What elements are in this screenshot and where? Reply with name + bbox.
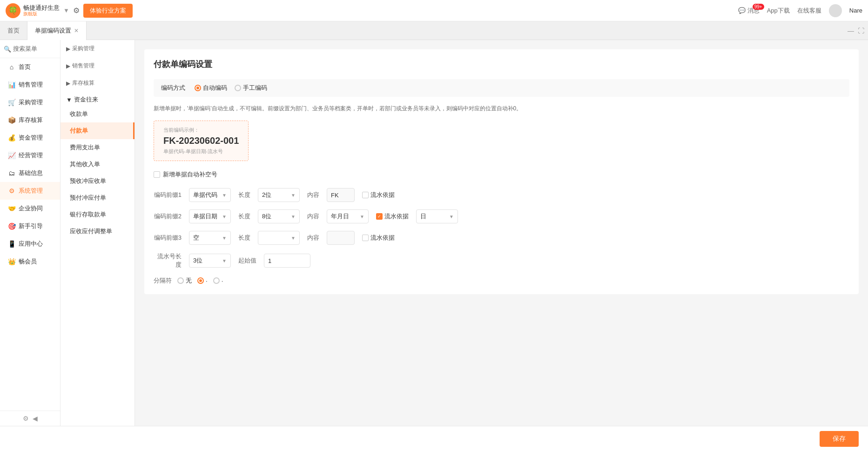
enterprise-icon: 🤝 [7,205,16,212]
auto-fill-row: 新增单据自动补空号 [154,170,849,179]
prefix2-content-select[interactable]: 年月日 ▼ [327,209,369,223]
nav-arrow-icon[interactable]: ▼ [63,7,69,14]
sidebar-item-purchase[interactable]: 🛒 采购管理 [0,94,60,111]
tab-close-icon[interactable]: ✕ [74,27,79,34]
sep-none-dot [177,277,184,284]
nav-item-expense[interactable]: 费用支出单 [61,139,135,156]
settings-card: 付款单编码设置 编码方式 自动编码 手工编码 新增单据时，'单据编码'自动生成，… [144,49,859,294]
collapse-sidebar-icon[interactable]: ◀ [33,415,38,422]
sep-dash-radio[interactable]: · [213,277,223,284]
prefix2-period-select[interactable]: 日 ▼ [416,209,458,223]
nav-item-advance-offset[interactable]: 预付冲应付单 [61,189,135,206]
sidebar-item-system[interactable]: ⚙ 系统管理 [0,182,60,200]
brand-icon: 🍀 [6,3,20,18]
prefix2-length-arrow-icon: ▼ [291,214,296,219]
prefix1-length-arrow-icon: ▼ [291,193,296,198]
tabbar: 首页 单据编码设置 ✕ — ⛶ [0,21,868,40]
manual-encode-radio[interactable]: 手工编码 [235,84,267,92]
nav-item-prepay-offset[interactable]: 预收冲应收单 [61,173,135,189]
maximize-icon[interactable]: ⛶ [858,27,864,34]
settings-bottom-icon[interactable]: ⚙ [23,415,29,422]
prefix3-waterflow-check[interactable]: 流水依据 [362,234,395,242]
app-download-link[interactable]: App下载 [767,7,790,15]
brand-text: 畅捷通好生意 旗舰版 [23,4,60,17]
sidebar-item-operation[interactable]: 📈 经营管理 [0,147,60,164]
prefix2-arrow-icon: ▼ [222,214,227,219]
message-icon: 💬 [738,7,746,14]
nav-item-receipt[interactable]: 收款单 [61,106,135,122]
prefix2-length-select[interactable]: 8位 ▼ [258,209,300,223]
topbar-right: 💬 消息 99+ App下载 在线客服 Nare [738,4,862,17]
sales-icon: 📊 [7,81,16,88]
prefix2-select[interactable]: 单据日期 ▼ [189,209,231,223]
sidebar: 🔍 搜索菜单 ⌂ 首页 📊 销售管理 🛒 采购管理 📦 库存核算 💰 资金管理 … [0,40,61,426]
chevron-right-icon3: ▶ [66,80,70,87]
encode-mode-label: 编码方式 [161,84,185,92]
prefix1-row: 编码前缀1 单据代码 ▼ 长度 2位 ▼ 内容 FK 流水依据 [154,188,849,202]
auto-fill-checkbox[interactable] [154,171,160,178]
sidebar-item-home[interactable]: ⌂ 首页 [0,58,60,76]
sep-dot-radio[interactable]: · [197,277,208,284]
sidebar-item-basic[interactable]: 🗂 基础信息 [0,164,60,182]
finance-icon: 💰 [7,134,16,141]
sidebar-item-finance[interactable]: 💰 资金管理 [0,129,60,147]
manual-encode-dot [235,85,241,91]
save-button[interactable]: 保存 [820,431,859,447]
nav-group-capital-title[interactable]: ▼ 资金往来 [61,92,135,106]
brand-logo: 🍀 畅捷通好生意 旗舰版 [6,3,60,18]
nav-group-sales: ▶ 销售管理 [61,57,135,74]
sidebar-item-appcenter[interactable]: 📱 应用中心 [0,235,60,253]
tab-encode-settings[interactable]: 单据编码设置 ✕ [27,21,87,40]
prefix1-length-select[interactable]: 2位 ▼ [258,188,300,202]
minimize-icon[interactable]: — [848,27,854,34]
avatar [829,4,842,17]
prefix3-length-select[interactable]: ▼ [258,231,300,245]
topbar-left: 🍀 畅捷通好生意 旗舰版 ▼ ⚙ 体验行业方案 [6,3,133,18]
online-service-link[interactable]: 在线客服 [797,7,821,15]
chevron-right-icon2: ▶ [66,63,70,69]
serial-length-select[interactable]: 3位 ▼ [189,254,231,268]
sep-none-radio[interactable]: 无 [177,276,192,285]
prefix1-length-label: 长度 [238,191,250,199]
example-desc: 单据代码-单据日期-流水号 [163,148,239,155]
prefix3-content-input [327,231,355,245]
prefix2-waterflow-check[interactable]: ✓ 流水依据 [376,212,409,221]
start-value-input[interactable]: 1 [264,254,310,268]
prefix1-waterflow-check[interactable]: 流水依据 [362,191,395,199]
topbar-controls: ▼ ⚙ 体验行业方案 [63,4,133,18]
trial-button[interactable]: 体验行业方案 [83,4,133,18]
message-button[interactable]: 💬 消息 99+ [738,7,760,15]
prefix1-content-input: FK [327,188,355,202]
sidebar-item-member[interactable]: 👑 畅会员 [0,253,60,270]
nav-group-sales-title[interactable]: ▶ 销售管理 [61,57,135,74]
main-layout: 🔍 搜索菜单 ⌂ 首页 📊 销售管理 🛒 采购管理 📦 库存核算 💰 资金管理 … [0,40,868,426]
prefix2-period-arrow-icon: ▼ [449,214,454,219]
prefix1-select[interactable]: 单据代码 ▼ [189,188,231,202]
second-sidebar: ▶ 采购管理 ▶ 销售管理 ▶ 库存核算 ▼ 资金往来 收款单 付款单 费用支出… [61,40,135,426]
prefix3-select[interactable]: 空 ▼ [189,231,231,245]
tab-home[interactable]: 首页 [0,21,27,40]
prefix2-label: 编码前缀2 [154,212,182,221]
inventory-icon: 📦 [7,116,16,124]
nav-group-inventory-title[interactable]: ▶ 库存核算 [61,74,135,92]
prefix2-length-label: 长度 [238,212,250,221]
nav-group-purchase-title[interactable]: ▶ 采购管理 [61,40,135,57]
nav-item-other-income[interactable]: 其他收入单 [61,156,135,173]
user-name: Nare [849,7,862,14]
prefix2-row: 编码前缀2 单据日期 ▼ 长度 8位 ▼ 内容 年月日 ▼ ✓ 流水依据 [154,209,849,223]
example-code: FK-20230602-001 [163,135,239,146]
nav-item-adjustment[interactable]: 应收应付调整单 [61,223,135,240]
nav-item-bank[interactable]: 银行存取款单 [61,206,135,223]
auto-encode-radio[interactable]: 自动编码 [195,84,227,92]
sidebar-item-newguide[interactable]: 🎯 新手引导 [0,217,60,235]
prefix3-label: 编码前缀3 [154,234,182,242]
app-icon: 📱 [7,240,16,248]
sidebar-item-enterprise[interactable]: 🤝 企业协同 [0,200,60,217]
sidebar-item-sales[interactable]: 📊 销售管理 [0,76,60,94]
start-value-label: 起始值 [238,256,256,265]
nav-item-payment[interactable]: 付款单 [61,122,135,139]
sidebar-item-inventory[interactable]: 📦 库存核算 [0,111,60,129]
gear-icon[interactable]: ⚙ [73,6,80,15]
search-menu-button[interactable]: 🔍 搜索菜单 [0,40,60,58]
sidebar-bottom: ⚙ ◀ [0,411,60,426]
